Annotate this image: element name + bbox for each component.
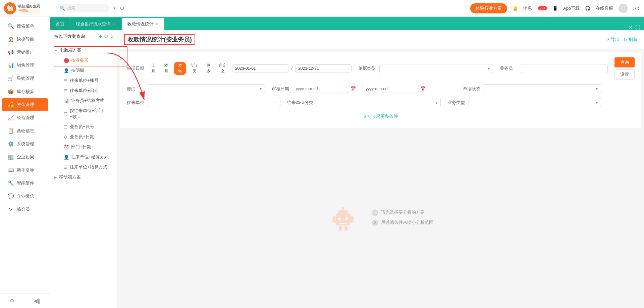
tree-item-partner-settlement1[interactable]: 👤 往来单位+结算方式: [54, 152, 117, 162]
sidebar-item-wechat[interactable]: 💬 企业微信: [2, 190, 48, 203]
sidebar-item-basic[interactable]: 📋 基础信息: [2, 124, 48, 137]
item-active-icon: 🔴: [64, 58, 69, 63]
sidebar-item-purchase[interactable]: 🛒 采购管理: [2, 72, 48, 85]
docstatus-select[interactable]: ▾: [484, 84, 601, 93]
scheme-panel: 按以下方案查询 + ⚙ « ▼ 电脑端方案 🔴: [50, 30, 117, 308]
sidebar-item-sales[interactable]: 📊 销售管理: [2, 59, 48, 72]
date-to-input[interactable]: [295, 64, 352, 72]
doctype-select[interactable]: ▾: [379, 64, 493, 73]
tree-item-partner-account[interactable]: ☰ 往来单位+账号: [54, 75, 117, 86]
notification-icon: 🔔: [513, 6, 518, 11]
tab-collection[interactable]: 收款情况统计 ✕: [122, 18, 164, 30]
sidebar-item-quicknav[interactable]: 🏠 快捷导航: [2, 33, 48, 46]
sidebar-item-hardware[interactable]: 🔧 智能硬件: [2, 177, 48, 190]
review-to-input[interactable]: [363, 85, 419, 93]
sidebar-item-search[interactable]: 🔍 搜索菜单: [2, 20, 48, 33]
partner-more[interactable]: ···: [274, 100, 277, 105]
user-avatar[interactable]: [619, 4, 628, 13]
biztype-select[interactable]: ▾: [469, 98, 601, 107]
dept-select[interactable]: ▾: [148, 84, 265, 93]
sidebar-collapse-btn[interactable]: ◀‖: [34, 298, 40, 304]
sidebar-item-guide[interactable]: 📖 新手引导: [2, 164, 48, 176]
search-icon: 🔍: [60, 6, 65, 11]
partner-category-arrow: ▾: [435, 100, 438, 105]
sidebar-item-inventory[interactable]: 📦 库存核算: [2, 85, 48, 98]
tree-item-salesperson-date[interactable]: ⚙ 业务员+日期: [54, 132, 117, 142]
tree-section-mobile[interactable]: ▶ 移动端方案: [50, 172, 117, 182]
sidebar-settings-btn[interactable]: ⚙: [10, 298, 14, 304]
item-list5-icon: ☰: [64, 165, 68, 170]
trial-button[interactable]: 体验行业方案: [470, 3, 507, 13]
notification-area[interactable]: 🔔 消息 99+: [513, 5, 547, 11]
tree-item-partner-settlement2[interactable]: ☰ 往来单位+结算方式: [54, 162, 117, 172]
date-last-month[interactable]: 上月: [148, 62, 159, 75]
main-area: 🔍 搜索 ▾ ⚙ 体验行业方案 🔔 消息 99+ 📱 App下载 🎧 在线客服 …: [50, 0, 644, 308]
top-header: 🔍 搜索 ▾ ⚙ 体验行业方案 🔔 消息 99+ 📱 App下载 🎧 在线客服 …: [50, 0, 644, 17]
tree-section-desktop-header[interactable]: ▼ 电脑端方案: [50, 45, 117, 55]
sidebar-item-operations[interactable]: 📈 经营管理: [2, 111, 48, 124]
date-more[interactable]: 更多: [203, 62, 214, 75]
page-title-bar: 收款情况统计(按业务员) ↗ 导出 ↻ 刷新: [117, 30, 644, 49]
sidebar-item-finance[interactable]: 💰 资金管理: [2, 98, 48, 111]
date-custom[interactable]: 自定义: [216, 62, 229, 75]
operations-icon: 📈: [7, 115, 14, 121]
sidebar-item-member[interactable]: V 畅会员: [2, 203, 48, 216]
user-name[interactable]: Rit: [633, 6, 639, 11]
tree-item-salesperson-settlement[interactable]: 📊 业务员+结算方式: [54, 96, 117, 106]
tree-item-salesperson[interactable]: 🔴 按业务员: [54, 55, 117, 65]
svg-rect-3: [333, 216, 336, 222]
collapse-button[interactable]: ∧∧ 收起更多条件: [364, 113, 398, 119]
review-date-to-icon[interactable]: 📅: [420, 86, 426, 91]
tree-item-partner-date[interactable]: ☰ 往来单位+日期: [54, 86, 117, 96]
sidebar-item-enterprise[interactable]: 🏢 企业协同: [2, 151, 48, 163]
tab-bar-actions: ✕ ⛶: [629, 25, 644, 30]
date-7days[interactable]: 近7天: [188, 62, 201, 75]
sidebar-item-system[interactable]: ⚙️ 系统管理: [2, 138, 48, 150]
tab-close-all-icon[interactable]: ✕: [629, 25, 633, 30]
date-this-month[interactable]: 本月: [161, 62, 172, 75]
scheme-tree: ▼ 电脑端方案 🔴 按业务员 👤 按明细 ☰: [50, 43, 117, 308]
export-btn[interactable]: ↗ 导出: [606, 37, 620, 43]
query-button[interactable]: 查询: [614, 57, 635, 67]
tree-item-detail[interactable]: 👤 按明细: [54, 65, 117, 75]
tree-item-salesperson-account[interactable]: ☰ 业务员+账号: [54, 122, 117, 132]
tab-home[interactable]: 首页: [50, 18, 70, 30]
tree-item-dept-date[interactable]: ⏰ 部门+日期: [54, 142, 117, 152]
doctype-label: 单据类型: [358, 65, 377, 71]
salesperson-label: 业务员: [500, 65, 518, 71]
review-date-from-icon[interactable]: 📅: [351, 86, 356, 91]
online-service-area[interactable]: 🎧 在线客服: [585, 5, 613, 11]
scheme-settings-icon[interactable]: ⚙: [104, 34, 108, 40]
date-this-year[interactable]: 本年: [174, 62, 186, 75]
filter-row-2: 部门 ▾ 审核日期 📅 — 📅: [127, 84, 635, 93]
scheme-collapse-icon[interactable]: «: [110, 34, 113, 40]
header-dropdown-icon[interactable]: ▾: [113, 6, 116, 11]
salesperson-more[interactable]: ...: [601, 66, 605, 71]
sidebar-item-marketing[interactable]: 📢 营销推广: [2, 46, 48, 59]
date-from-input[interactable]: [232, 64, 288, 72]
enterprise-icon: 🏢: [7, 154, 14, 160]
tab-expand-icon[interactable]: ⛶: [635, 25, 640, 30]
review-from-input[interactable]: [293, 85, 349, 93]
purchase-icon: 🛒: [7, 75, 14, 82]
tab-bank-close[interactable]: ✕: [113, 22, 116, 27]
settings-button[interactable]: 设置: [614, 69, 635, 80]
global-search[interactable]: 🔍 搜索: [56, 4, 109, 12]
filter-doctype-item: 单据类型 ▾: [358, 64, 493, 73]
header-settings-icon[interactable]: ⚙: [120, 5, 124, 11]
tab-bank[interactable]: 现金银行流水查询 ✕: [70, 18, 121, 30]
empty-steps: 1 请先选择要分析的方案 2 用过滤条件来缩小分析范围: [372, 209, 433, 229]
app-download-area[interactable]: 📱 App下载: [552, 5, 580, 11]
partner-category-select[interactable]: ▾: [316, 98, 441, 107]
step-num-2: 2: [372, 219, 378, 226]
item-chart-icon: 📊: [64, 98, 69, 103]
refresh-btn[interactable]: ↻ 刷新: [624, 37, 637, 43]
partner-select[interactable]: ···: [148, 98, 280, 107]
tree-item-partner-dept[interactable]: ☰ 按往来单位+部门+收...: [54, 106, 117, 122]
tab-collection-close[interactable]: ✕: [156, 22, 159, 27]
header-right: 体验行业方案 🔔 消息 99+ 📱 App下载 🎧 在线客服 Rit: [470, 3, 639, 13]
sales-icon: 📊: [7, 62, 14, 68]
review-date-label: 审核日期: [272, 86, 290, 92]
scheme-add-icon[interactable]: +: [99, 34, 102, 40]
salesperson-select[interactable]: ...: [521, 64, 608, 73]
